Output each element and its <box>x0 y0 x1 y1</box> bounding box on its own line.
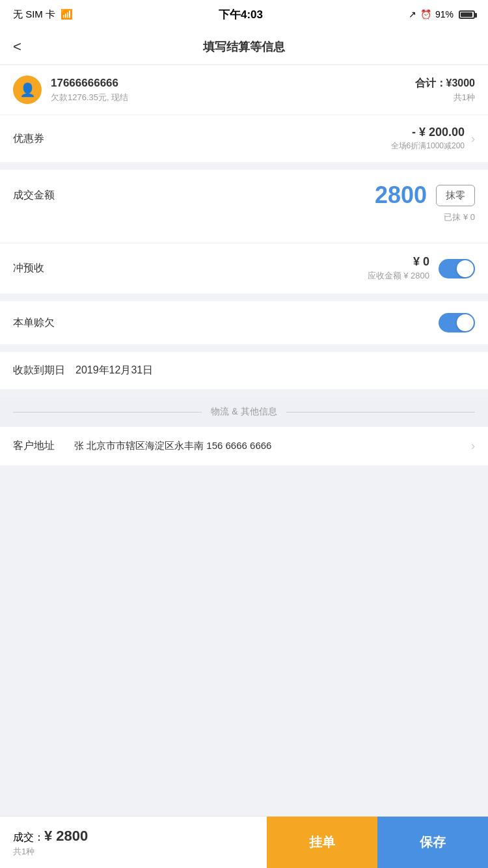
customer-row: 👤 17666666666 欠款1276.35元, 现结 合计：¥3000 共1… <box>0 65 488 115</box>
customer-debt: 欠款1276.35元, 现结 <box>51 92 128 103</box>
address-value: 张 北京市市辖区海淀区永丰南 156 6666 6666 <box>74 439 471 454</box>
coupon-amount: - ¥ 200.00 <box>391 126 465 139</box>
bottom-deal-label: 成交：¥ 2800 <box>13 828 254 845</box>
status-time: 下午4:03 <box>219 7 263 22</box>
location-icon: ↗ <box>409 9 416 20</box>
prepay-values: ¥ 0 应收金额 ¥ 2800 <box>368 255 429 282</box>
hang-order-button[interactable]: 挂单 <box>267 817 377 869</box>
debt-toggle[interactable] <box>439 313 475 332</box>
bottom-bar: 成交：¥ 2800 共1种 挂单 保存 <box>0 816 488 868</box>
deal-right: 2800 抹零 <box>375 182 475 209</box>
prepay-row: 冲预收 ¥ 0 应收金额 ¥ 2800 <box>13 255 475 282</box>
customer-left: 👤 17666666666 欠款1276.35元, 现结 <box>13 75 128 104</box>
prepay-sub: 应收金额 ¥ 2800 <box>368 270 429 282</box>
bottom-amount: ¥ 2800 <box>44 828 88 844</box>
due-row: 收款到期日 2019年12月31日 <box>13 364 475 377</box>
coupon-right: - ¥ 200.00 全场6折满1000减200 › <box>391 126 475 152</box>
nav-bar: < 填写结算等信息 <box>0 29 488 65</box>
coupon-desc: 全场6折满1000减200 <box>391 141 465 152</box>
customer-phone: 17666666666 <box>51 77 128 90</box>
customer-right: 合计：¥3000 共1种 <box>415 77 476 103</box>
round-zero-button[interactable]: 抹零 <box>436 185 475 206</box>
address-chevron-icon: › <box>471 439 475 453</box>
due-date-section: 收款到期日 2019年12月31日 <box>0 352 488 389</box>
prepay-section: 冲预收 ¥ 0 应收金额 ¥ 2800 <box>0 243 488 293</box>
deal-section: 成交金额 2800 抹零 已抹 ¥ 0 <box>0 170 488 235</box>
debt-label: 本单赊欠 <box>13 316 55 330</box>
status-left: 无 SIM 卡 📶 <box>13 8 73 21</box>
save-button[interactable]: 保存 <box>377 817 488 869</box>
divider-line-right <box>286 412 475 413</box>
deal-amount: 2800 <box>375 182 427 209</box>
total-count: 共1种 <box>415 92 476 103</box>
deal-sub: 已抹 ¥ 0 <box>13 211 475 223</box>
content: 👤 17666666666 欠款1276.35元, 现结 合计：¥3000 共1… <box>0 65 488 611</box>
status-bar: 无 SIM 卡 📶 下午4:03 ↗ ⏰ 91% <box>0 0 488 29</box>
debt-section: 本单赊欠 <box>0 301 488 344</box>
battery-icon <box>459 10 475 19</box>
divider-line-left <box>13 412 202 413</box>
customer-info: 17666666666 欠款1276.35元, 现结 <box>51 77 128 103</box>
prepay-label: 冲预收 <box>13 262 44 275</box>
coupon-label: 优惠券 <box>13 132 44 146</box>
deal-prepay-section: 成交金额 2800 抹零 已抹 ¥ 0 冲预收 ¥ 0 应收金额 ¥ 2800 <box>0 170 488 293</box>
divider-section: 物流 & 其他信息 <box>0 397 488 427</box>
coupon-discount: - ¥ 200.00 全场6折满1000减200 <box>391 126 465 152</box>
bottom-deal-text: 成交： <box>13 832 44 843</box>
avatar: 👤 <box>13 75 42 104</box>
prepay-toggle[interactable] <box>439 259 475 278</box>
due-value: 2019年12月31日 <box>75 364 153 377</box>
address-section[interactable]: 客户地址 张 北京市市辖区海淀区永丰南 156 6666 6666 › <box>0 427 488 465</box>
coupon-row[interactable]: 优惠券 - ¥ 200.00 全场6折满1000减200 › <box>0 115 488 162</box>
total-value: 合计：¥3000 <box>415 77 476 90</box>
wifi-icon: 📶 <box>61 8 73 20</box>
bottom-count: 共1种 <box>13 846 254 858</box>
gray-filler <box>0 473 488 551</box>
deal-row: 成交金额 2800 抹零 <box>13 182 475 209</box>
prepay-amount: ¥ 0 <box>368 255 429 269</box>
debt-row: 本单赊欠 <box>13 313 475 332</box>
battery-text: 91% <box>435 9 454 20</box>
due-label: 收款到期日 <box>13 364 65 377</box>
carrier-text: 无 SIM 卡 <box>13 8 55 21</box>
status-right: ↗ ⏰ 91% <box>409 9 475 20</box>
address-label: 客户地址 <box>13 439 65 453</box>
customer-coupon-section: 👤 17666666666 欠款1276.35元, 现结 合计：¥3000 共1… <box>0 65 488 162</box>
coupon-chevron-icon: › <box>471 132 475 146</box>
bottom-info: 成交：¥ 2800 共1种 <box>0 828 267 858</box>
deal-label: 成交金额 <box>13 189 55 202</box>
page-title: 填写结算等信息 <box>203 39 285 55</box>
alarm-icon: ⏰ <box>420 9 431 20</box>
back-button[interactable]: < <box>13 38 21 55</box>
prepay-right: ¥ 0 应收金额 ¥ 2800 <box>368 255 475 282</box>
divider-text: 物流 & 其他信息 <box>211 406 277 418</box>
